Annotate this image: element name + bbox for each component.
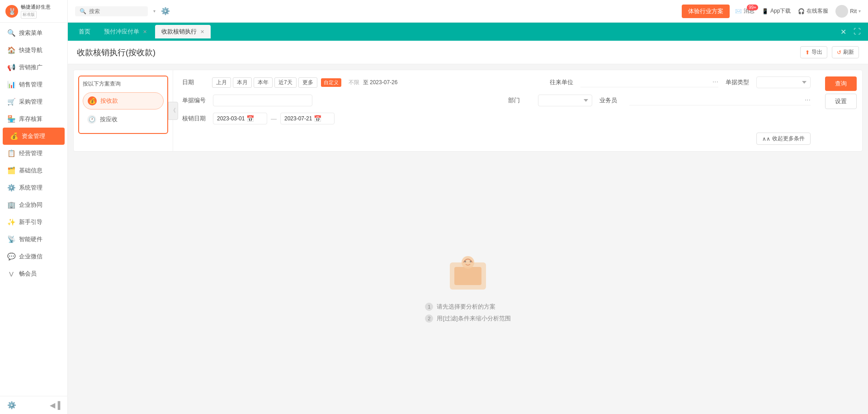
tab-receipt-offset[interactable]: 收款核销执行 ✕: [155, 25, 211, 38]
sidebar-item-enterprise-collab[interactable]: 🏢 企业协同: [0, 196, 67, 214]
logo-icon: 🐰: [5, 5, 18, 18]
date-to-text: 至 2023-07-26: [363, 79, 398, 86]
quick-nav-icon: 🏠: [7, 46, 15, 54]
sidebar-label-purchase: 采购管理: [19, 98, 42, 106]
tab-prepay-offset[interactable]: 预付冲应付单 ✕: [98, 25, 153, 38]
sidebar-item-marketing[interactable]: 📢 营销推广: [0, 59, 67, 76]
sidebar-item-purchase[interactable]: 🛒 采购管理: [0, 93, 67, 110]
salesperson-dots[interactable]: ···: [805, 96, 811, 104]
date-btn-last-7-days[interactable]: 近7天: [274, 77, 297, 88]
by-receipt-icon: 💰: [88, 96, 97, 105]
filter-row-3: 核销日期 2023-03-01 📅 — 2023-07-21 📅: [182, 113, 811, 124]
date-no-limit-text: 不限: [349, 79, 359, 86]
by-receipt-label: 按收款: [100, 97, 118, 105]
filter-item-by-receipt[interactable]: 💰 按收款: [83, 92, 164, 109]
sidebar-label-basic-info: 基础信息: [19, 167, 42, 175]
sidebar-item-inventory[interactable]: 🏪 库存核算: [0, 110, 67, 128]
filter-row-2: 单据编号 部门 业务员 ···: [182, 95, 811, 106]
smart-hardware-icon: 📡: [7, 235, 15, 243]
sidebar-item-member[interactable]: V 畅会员: [0, 265, 67, 282]
date-btn-this-year[interactable]: 本年: [254, 77, 273, 88]
sidebar-label-sales: 销售管理: [19, 81, 42, 89]
tip-text-1: 请先选择要分析的方案: [437, 303, 495, 311]
sidebar-item-finance[interactable]: 💰 资金管理: [3, 128, 65, 145]
calendar-end-icon[interactable]: 📅: [314, 115, 321, 122]
sidebar-item-beginner[interactable]: ✨ 新手引导: [0, 214, 67, 231]
date-btn-last-month[interactable]: 上月: [212, 77, 231, 88]
settings-button[interactable]: 设置: [825, 94, 857, 109]
salesperson-label: 业务员: [599, 96, 622, 105]
voucher-no-input[interactable]: [213, 95, 312, 106]
sidebar-item-system[interactable]: ⚙️ 系统管理: [0, 179, 67, 196]
finance-icon: 💰: [10, 132, 18, 140]
tab-receipt-close-icon[interactable]: ✕: [200, 29, 204, 35]
enterprise-wechat-icon: 💬: [7, 252, 15, 261]
sidebar-collapse-button[interactable]: ◀▐: [50, 401, 60, 409]
sidebar-item-search-menu[interactable]: 🔍 搜索菜单: [0, 24, 67, 42]
sidebar-item-sales[interactable]: 📊 销售管理: [0, 76, 67, 93]
tip-text-2: 用[过滤]条件来缩小分析范围: [437, 314, 510, 323]
online-service-action[interactable]: 🎧 在线客服: [798, 7, 828, 15]
department-label: 部门: [508, 96, 531, 105]
sidebar-item-smart-hardware[interactable]: 📡 智能硬件: [0, 231, 67, 248]
headset-icon: 🎧: [798, 8, 805, 14]
date-btn-this-month[interactable]: 本月: [233, 77, 252, 88]
refresh-button[interactable]: ↺ 刷新: [832, 46, 859, 58]
sidebar-nav: 🔍 搜索菜单 🏠 快捷导航 📢 营销推广 📊 销售管理 🛒 采购管理 🏪 库存核…: [0, 23, 67, 396]
sidebar-label-enterprise-collab: 企业协同: [19, 201, 42, 209]
sidebar-item-operations[interactable]: 📋 经营管理: [0, 145, 67, 162]
sidebar-item-enterprise-wechat[interactable]: 💬 企业微信: [0, 248, 67, 265]
verify-date-end-input[interactable]: 2023-07-21 📅: [280, 113, 335, 124]
sidebar-item-basic-info[interactable]: 🗂️ 基础信息: [0, 162, 67, 179]
sidebar-logo: 🐰 畅捷通好生意 标准版: [0, 0, 67, 23]
collapse-more-button[interactable]: ∧∧ 收起更多条件: [756, 133, 811, 145]
filter-area: 按以下方案查询 💰 按收款 🕐 按应收 《: [73, 70, 863, 152]
search-input[interactable]: [89, 8, 143, 14]
verify-date-start-input[interactable]: 2023-03-01 📅: [213, 113, 267, 124]
tab-prepay-close-icon[interactable]: ✕: [143, 29, 147, 35]
tab-home[interactable]: 首页: [73, 25, 96, 38]
message-action[interactable]: ✉️ 消息 99+: [735, 7, 755, 15]
filter-collapse-button[interactable]: 《: [168, 102, 178, 120]
sidebar-label-quick-nav: 快捷导航: [19, 46, 42, 54]
query-button[interactable]: 查询: [825, 76, 857, 91]
maximize-window-icon[interactable]: ⛶: [852, 27, 863, 37]
inventory-icon: 🏪: [7, 115, 15, 123]
filter-left-panel: 按以下方案查询 💰 按收款 🕐 按应收 《: [74, 70, 173, 151]
username: Rit: [850, 8, 857, 14]
refresh-icon: ↺: [837, 49, 841, 56]
export-button[interactable]: ⬆ 导出: [800, 46, 827, 58]
close-window-icon[interactable]: ✕: [839, 27, 848, 37]
gear-icon[interactable]: ⚙️: [161, 7, 170, 15]
date-custom-badge[interactable]: 自定义: [321, 78, 341, 87]
filter-panel-title: 按以下方案查询: [83, 80, 164, 88]
page-header: 收款核销执行(按收款) ⬆ 导出 ↺ 刷新: [68, 41, 868, 64]
sidebar-label-operations: 经营管理: [19, 149, 42, 157]
sidebar-label-system: 系统管理: [19, 184, 42, 192]
topbar-search-box[interactable]: 🔍: [75, 6, 148, 16]
sidebar-item-quick-nav[interactable]: 🏠 快捷导航: [0, 42, 67, 59]
counterpart-dots[interactable]: ···: [712, 78, 718, 86]
solution-button[interactable]: 体验行业方案: [682, 5, 730, 18]
member-icon: V: [7, 270, 15, 278]
filter-actions-row: ∧∧ 收起更多条件: [182, 133, 811, 145]
system-icon: ⚙️: [7, 184, 15, 192]
refresh-label: 刷新: [843, 48, 854, 56]
voucher-type-select[interactable]: [756, 76, 811, 88]
filter-item-by-receivable[interactable]: 🕐 按应收: [83, 111, 164, 128]
sidebar-label-search-menu: 搜索菜单: [19, 29, 42, 37]
tab-receipt-label: 收款核销执行: [161, 28, 197, 36]
date-no-limit: 不限 至 2023-07-26: [349, 79, 398, 86]
empty-illustration: [441, 249, 495, 295]
svg-rect-1: [454, 267, 481, 285]
settings-bottom-icon[interactable]: ⚙️: [7, 401, 16, 409]
export-label: 导出: [811, 48, 822, 56]
department-select[interactable]: [538, 95, 592, 106]
date-btn-more[interactable]: 更多: [298, 77, 317, 88]
empty-tips: 1 请先选择要分析的方案 2 用[过滤]条件来缩小分析范围: [425, 303, 510, 323]
app-download-action[interactable]: 📱 App下载: [762, 7, 791, 15]
calendar-start-icon[interactable]: 📅: [246, 115, 254, 122]
message-badge: 99+: [747, 5, 758, 10]
user-action[interactable]: Rit ▾: [835, 5, 861, 18]
counterpart-label: 往来单位: [550, 78, 573, 86]
